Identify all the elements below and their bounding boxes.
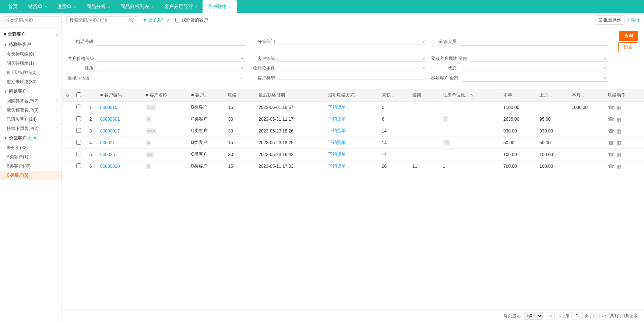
row-code-link-4[interactable]: 000035 xyxy=(100,152,115,157)
call-icon-5[interactable]: ☎ xyxy=(608,163,614,169)
sidebar-item-churn-warn[interactable]: 流失预警客户(3) ? xyxy=(0,106,61,115)
sidebar-item-tomorrow[interactable]: 明天待联络(1) xyxy=(0,59,61,68)
sidebar-all-customers[interactable]: ■ 全部客户 « xyxy=(0,29,61,40)
page-input[interactable] xyxy=(571,312,583,319)
next-page-btn[interactable]: > xyxy=(590,312,598,319)
search-icon[interactable]: 🔍 xyxy=(129,18,134,23)
row-last-way-1[interactable]: 下销货单 xyxy=(325,113,379,125)
row-check-0[interactable] xyxy=(73,102,84,113)
row-code-link-2[interactable]: 00030017 xyxy=(100,128,120,134)
row-checkbox-2[interactable] xyxy=(76,128,81,133)
sidebar-item-unclassified[interactable]: 未分组(32) xyxy=(0,143,61,152)
call-icon-3[interactable]: ☎ xyxy=(608,140,614,146)
filter-price-select[interactable]: ∨ xyxy=(97,55,245,62)
sidebar-item-7days[interactable]: 近7天待联络(0) xyxy=(0,68,61,77)
row-code-link-5[interactable]: 00030020 xyxy=(100,164,120,169)
nav-customer-tier[interactable]: 客户分层经营 × xyxy=(159,0,203,13)
row-way-link-1[interactable]: 下销货单 xyxy=(328,116,346,121)
row-code-0[interactable]: 0000010 xyxy=(97,102,143,113)
grid-icon-4[interactable]: ▦ xyxy=(616,152,621,158)
my-customer-checkbox-label[interactable]: 我分管的客户 xyxy=(175,17,208,23)
row-code-5[interactable]: 00030020 xyxy=(97,160,143,172)
prev-page-btn[interactable]: < xyxy=(556,312,564,319)
row-checkbox-3[interactable] xyxy=(76,140,81,145)
edit-icon[interactable]: ✎ xyxy=(33,136,37,141)
row-code-3[interactable]: 000021 xyxy=(97,137,143,149)
filter-person-select[interactable]: ··· xyxy=(460,38,608,46)
row-way-link-0[interactable]: 下销货单 xyxy=(328,105,346,110)
row-code-link-0[interactable]: 0000010 xyxy=(100,105,117,110)
close-sales-icon[interactable]: × xyxy=(45,4,47,9)
filter-phone-input[interactable] xyxy=(96,38,245,46)
call-icon-4[interactable]: ☎ xyxy=(608,152,614,158)
close-purchase-icon[interactable]: × xyxy=(74,4,76,9)
row-way-link-4[interactable]: 下销货单 xyxy=(328,152,346,157)
grid-icon-2[interactable]: ▦ xyxy=(616,128,621,134)
row-check-4[interactable] xyxy=(73,149,84,160)
row-checkbox-0[interactable] xyxy=(76,105,81,109)
query-button[interactable]: 查询 xyxy=(619,31,638,41)
filter-retail-attr-select[interactable]: ∨ xyxy=(470,55,608,62)
settings-icon[interactable]: ⚙ xyxy=(66,93,70,98)
nav-product-list[interactable]: 商品分析列表 × xyxy=(115,0,159,13)
sidebar-item-class-a[interactable]: A类客户(1) xyxy=(0,152,61,162)
select-all-checkbox[interactable] xyxy=(76,92,81,97)
close-product-list-icon[interactable]: × xyxy=(151,4,154,9)
person-ellipsis-icon[interactable]: ··· xyxy=(603,39,606,44)
row-way-link-3[interactable]: 下销货单 xyxy=(328,140,346,145)
refresh-icon[interactable]: ↻ xyxy=(28,136,32,141)
call-icon-0[interactable]: ☎ xyxy=(608,105,614,110)
sidebar-item-today[interactable]: 今天待联络(0) xyxy=(0,50,61,59)
row-code-link-1[interactable]: 00030001 xyxy=(100,117,120,122)
nav-product-analysis[interactable]: 商品分析 × xyxy=(81,0,115,13)
row-way-link-5[interactable]: 下销货单 xyxy=(328,163,346,169)
close-customer-contact-icon[interactable]: × xyxy=(229,4,231,9)
sidebar-item-declining[interactable]: 持续下滑客户(2) ? xyxy=(0,124,61,133)
row-checkbox-4[interactable] xyxy=(76,152,81,156)
row-last-way-0[interactable]: 下销货单 xyxy=(325,102,379,113)
filter-region-select[interactable]: ··· xyxy=(97,74,245,82)
grid-icon-1[interactable]: ▦ xyxy=(616,116,621,122)
sidebar-group-problems[interactable]: ▼ 问题客户 xyxy=(0,86,61,96)
row-last-way-2[interactable]: 下销货单 xyxy=(325,125,379,137)
close-product-analysis-icon[interactable]: × xyxy=(108,4,110,9)
row-code-4[interactable]: 000035 xyxy=(97,149,143,160)
nav-purchase[interactable]: 进货单 × xyxy=(52,0,81,13)
filter-nature-select[interactable]: ∨ xyxy=(96,65,245,71)
row-code-1[interactable]: 00030001 xyxy=(97,113,143,125)
nav-customer-contact[interactable]: 客户联络 × xyxy=(203,0,236,13)
row-code-link-3[interactable]: 000021 xyxy=(100,140,115,145)
sidebar-group-value[interactable]: ▼ 价值客户 ↻ ✎ xyxy=(0,133,61,143)
sidebar-item-overdue[interactable]: 逾期未联络(30) xyxy=(0,77,61,86)
row-code-2[interactable]: 00030017 xyxy=(97,125,143,137)
sidebar-item-churned[interactable]: 已流失客户(24) ? xyxy=(0,115,61,124)
batch-btn[interactable]: ☑ 批量操作 xyxy=(595,15,624,25)
row-checkbox-5[interactable] xyxy=(76,163,81,168)
sidebar-collapse-icon[interactable]: « xyxy=(55,32,58,37)
sidebar-item-class-c[interactable]: C类客户(6) xyxy=(0,171,61,180)
sidebar-search-input[interactable] xyxy=(3,16,62,24)
col-settings[interactable]: ⚙ xyxy=(62,89,73,102)
filter-more-btn[interactable]: ▼ 更多条件 ∧ xyxy=(140,16,172,24)
row-last-way-5[interactable]: 下销货单 xyxy=(325,160,379,172)
region-ellipsis-icon[interactable]: ··· xyxy=(240,75,243,81)
row-check-3[interactable] xyxy=(73,137,84,149)
search-input[interactable] xyxy=(70,18,129,23)
nav-home[interactable]: 首页 xyxy=(3,0,23,13)
filter-cust-level-select[interactable]: ∨ xyxy=(278,55,426,62)
my-customer-checkbox[interactable] xyxy=(175,18,180,22)
sidebar-item-repurchase[interactable]: 回购异常客户(2) ? xyxy=(0,96,61,106)
reset-button[interactable]: 设置 xyxy=(618,42,638,52)
filter-status-select[interactable]: ∨ xyxy=(460,65,608,71)
call-icon-1[interactable]: ☎ xyxy=(608,116,614,122)
filter-retail-cust-select[interactable]: ∨ xyxy=(461,75,608,82)
row-check-1[interactable] xyxy=(73,113,84,125)
grid-icon-3[interactable]: ▦ xyxy=(616,140,621,146)
sidebar-item-class-b[interactable]: B类客户(33) xyxy=(0,162,61,171)
row-way-link-2[interactable]: 下销货单 xyxy=(328,128,346,133)
grid-icon-0[interactable]: ▦ xyxy=(616,105,621,110)
export-btn[interactable]: ↑ 导出 xyxy=(627,17,640,23)
filter-cust-type-select[interactable] xyxy=(278,77,426,79)
row-last-way-4[interactable]: 下销货单 xyxy=(325,149,379,160)
first-page-btn[interactable]: |< xyxy=(546,312,555,319)
